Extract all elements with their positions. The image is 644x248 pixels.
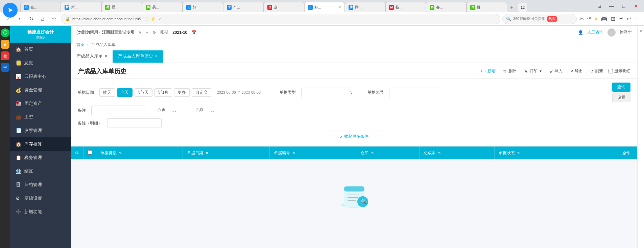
sidebar-item-fund[interactable]: 💰 资金管理 <box>10 83 71 97</box>
browser-logo[interactable]: ➤ <box>3 3 18 18</box>
warehouse-dots[interactable]: … <box>171 107 176 113</box>
chanjet-icon[interactable]: C <box>1 28 9 37</box>
sidebar-item-new-func[interactable]: ➕ 新增功能 <box>10 205 71 219</box>
close-window-button[interactable]: ✕ <box>631 1 641 11</box>
select-all-checkbox[interactable] <box>88 150 92 155</box>
sidebar-item-invoice[interactable]: 🧾 发票管理 <box>10 124 71 137</box>
print-button[interactable]: 🖨 打印 ▼ <box>522 67 544 75</box>
forward-button[interactable]: › <box>15 14 24 24</box>
filter-row-3: 备注（明细） <box>78 118 630 128</box>
tab-2[interactable]: 新 新... <box>61 2 101 12</box>
user-service-link[interactable]: 人工咨询 <box>587 29 603 35</box>
sidebar-item-fixed-assets[interactable]: 🏭 固定资产 <box>10 97 71 110</box>
tab-10[interactable]: M 畅... <box>385 2 426 12</box>
tab-11[interactable]: 各 各... <box>426 2 467 12</box>
address-input[interactable]: 🔒 https://cloud.chanjet.com/accounting/u… <box>61 14 500 24</box>
app-sidebar: C ★ 微 ✉ <box>0 26 10 248</box>
sidebar-item-home[interactable]: 🏠 首页 <box>10 43 71 56</box>
sidebar-item-settlement[interactable]: 🏦 结账 <box>10 164 71 178</box>
query-button[interactable]: 查询 <box>612 83 630 92</box>
account-dropdown-icon[interactable]: ∨ <box>139 30 142 35</box>
sidebar-item-inventory[interactable]: 🏠 库存核算 <box>10 137 71 151</box>
home-button[interactable]: ⌂ <box>38 14 47 24</box>
th-total-cost[interactable]: 总成本 ⇅ <box>420 146 495 159</box>
date-btn-more[interactable]: 更多 <box>174 88 190 97</box>
date-btn-yesterday[interactable]: 昨天 <box>99 88 115 97</box>
export-button[interactable]: ↗ 导出 <box>568 67 585 75</box>
refresh-button[interactable]: ↺ 刷新 <box>588 67 605 75</box>
setting-button[interactable]: 设置 <box>612 93 630 102</box>
tab-8[interactable]: 云 好... × <box>304 2 345 12</box>
th-date[interactable]: 单据日期 ⇅ <box>183 146 270 159</box>
tab-8-close[interactable]: × <box>339 5 341 10</box>
show-detail-checkbox[interactable]: 显示明细 <box>609 68 630 74</box>
maximize-button[interactable]: □ <box>619 1 628 11</box>
sidebar-item-tax[interactable]: 📋 税务管理 <box>10 151 71 164</box>
panel-close-button[interactable]: × <box>639 28 642 34</box>
display-icon[interactable]: ☀ <box>618 15 624 23</box>
th-checkbox[interactable] <box>83 146 96 159</box>
show-detail-input[interactable] <box>609 69 613 73</box>
note-input[interactable] <box>91 106 145 115</box>
yuan-icon[interactable]: ¥ <box>594 16 598 22</box>
date-btn-7days[interactable]: 近7天 <box>135 88 152 97</box>
translate-icon[interactable]: 译 <box>587 15 592 23</box>
game-icon[interactable]: 🎮 <box>600 15 608 23</box>
detail-note-input[interactable] <box>108 118 162 128</box>
number-input[interactable] <box>389 88 443 97</box>
tab-3[interactable]: 易 易... <box>101 2 142 12</box>
page-tab-list-close[interactable]: × <box>105 54 107 59</box>
star-app-icon[interactable]: ★ <box>1 40 9 49</box>
search-bar[interactable]: 🔍 360智能抠图免费用 热搜 <box>502 14 577 24</box>
date-btn-custom[interactable]: 自定义 <box>192 88 211 97</box>
grid-icon[interactable]: ⊞ <box>610 15 616 23</box>
sidebar-item-ledger[interactable]: 📒 总账 <box>10 56 71 70</box>
page-tab-history-close[interactable]: × <box>155 54 158 59</box>
scissors-icon[interactable]: ✂ <box>579 15 585 23</box>
calendar-icon[interactable]: 📅 <box>191 30 196 35</box>
delete-button[interactable]: 🗑 删除 <box>501 67 519 75</box>
page-tab-list[interactable]: 产成品入库单 × <box>71 50 113 63</box>
restore-button[interactable]: ⊡ <box>595 1 604 11</box>
tab-6[interactable]: 个 个... <box>223 2 264 12</box>
tab-4[interactable]: 易 易... <box>142 2 183 12</box>
page-tab-history[interactable]: 产成品入库单历史 × <box>113 50 163 63</box>
sidebar-item-basic[interactable]: ⚙ 基础设置 <box>10 191 71 205</box>
more-icon[interactable]: ⋯ <box>634 15 641 23</box>
th-type[interactable]: 单据类型 ⇅ <box>96 146 183 159</box>
user-avatar <box>607 28 616 37</box>
th-status[interactable]: 单据状态 ⇅ <box>494 146 581 159</box>
inventory-icon: 🏠 <box>16 141 21 147</box>
tab-7[interactable]: 企 企... <box>264 2 304 12</box>
mail-icon[interactable]: ✉ <box>1 63 9 72</box>
add-button[interactable]: + + 新增 <box>478 67 498 75</box>
breadcrumb-home[interactable]: 首页 <box>76 42 85 48</box>
tab-1[interactable]: 在 在... <box>20 2 61 12</box>
collapse-button[interactable]: ∧ 收起更多条件 <box>340 134 368 139</box>
date-btn-today[interactable]: 今天 <box>117 88 133 97</box>
sidebar-item-cloud-report[interactable]: 📊 云报表中心 <box>10 70 71 83</box>
th-gear[interactable]: ⚙ <box>71 146 83 159</box>
th-number[interactable]: 单据编号 ⇅ <box>269 146 356 159</box>
sidebar-item-payroll[interactable]: 💼 工资 <box>10 110 71 124</box>
import-button[interactable]: ↙ 导入 <box>548 67 565 75</box>
tab-5[interactable]: 云 好... <box>183 2 223 12</box>
minimize-button[interactable]: — <box>607 1 616 11</box>
tab-add-button[interactable]: + <box>507 3 517 12</box>
tab-12[interactable]: 目 目... <box>467 2 507 12</box>
sidebar-item-archive[interactable]: 🗄 归档管理 <box>10 178 71 191</box>
undo-icon[interactable]: ↩ <box>626 15 632 23</box>
type-select[interactable]: ∨ <box>301 88 355 97</box>
bookmark-button[interactable]: ☆ <box>49 14 59 24</box>
weibo-icon[interactable]: 微 <box>1 51 9 60</box>
account-settings-icon[interactable]: ⚙ <box>152 30 156 35</box>
page-tab-history-label: 产成品入库单历史 <box>118 53 153 59</box>
top-bar: (勿删勿禁用）江西眼宝测试专用 ∨ + ⚙ 账期 2021-10 📅 👤 人工咨… <box>71 26 637 39</box>
account-add-icon[interactable]: + <box>146 30 148 35</box>
th-warehouse[interactable]: 仓库 ⇅ <box>356 146 420 159</box>
product-dots[interactable]: … <box>209 107 214 113</box>
refresh-button[interactable]: ↻ <box>26 14 36 24</box>
tab-9[interactable]: 腾 腾... <box>345 2 385 12</box>
period-value: 2021-10 <box>172 30 187 35</box>
date-btn-1month[interactable]: 近1月 <box>154 88 172 97</box>
